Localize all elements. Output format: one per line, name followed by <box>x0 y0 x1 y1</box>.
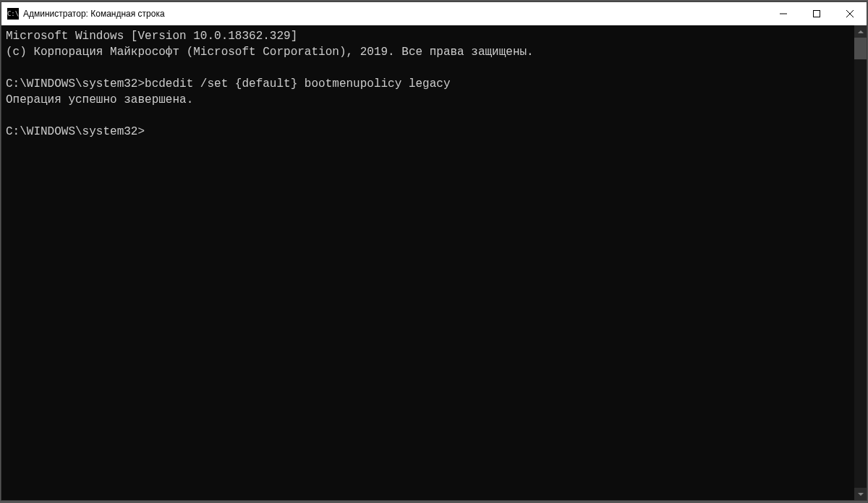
minimize-icon <box>780 10 787 17</box>
console-prompt: C:\WINDOWS\system32> <box>6 125 145 138</box>
minimize-button[interactable] <box>767 2 800 25</box>
console-line: (c) Корпорация Майкрософт (Microsoft Cor… <box>6 46 534 59</box>
chevron-down-icon <box>858 491 864 497</box>
blank-line <box>6 60 850 76</box>
close-icon <box>846 10 854 17</box>
window-controls <box>767 2 867 25</box>
console-output[interactable]: Microsoft Windows [Version 10.0.18362.32… <box>1 25 854 500</box>
client-area: Microsoft Windows [Version 10.0.18362.32… <box>1 25 867 500</box>
console-line: Microsoft Windows [Version 10.0.18362.32… <box>6 30 297 43</box>
console-line: Операция успешно завершена. <box>6 93 193 106</box>
cmd-icon: C:\ <box>7 8 19 20</box>
titlebar[interactable]: C:\ Администратор: Командная строка <box>1 2 867 25</box>
svg-rect-1 <box>814 11 820 17</box>
close-button[interactable] <box>833 2 867 25</box>
maximize-button[interactable] <box>800 2 833 25</box>
console-prompt: C:\WINDOWS\system32> <box>6 77 145 90</box>
scroll-track[interactable] <box>854 38 867 488</box>
window-title: Администратор: Командная строка <box>23 9 767 19</box>
maximize-icon <box>813 10 820 17</box>
cmd-window: C:\ Администратор: Командная строка Micr… <box>1 1 867 501</box>
vertical-scrollbar[interactable] <box>854 25 867 500</box>
blank-line <box>6 108 850 124</box>
scroll-thumb[interactable] <box>854 38 867 59</box>
scroll-down-button[interactable] <box>854 488 867 500</box>
chevron-up-icon <box>858 29 864 35</box>
console-command: bcdedit /set {default} bootmenupolicy le… <box>145 77 450 90</box>
scroll-up-button[interactable] <box>854 25 867 38</box>
